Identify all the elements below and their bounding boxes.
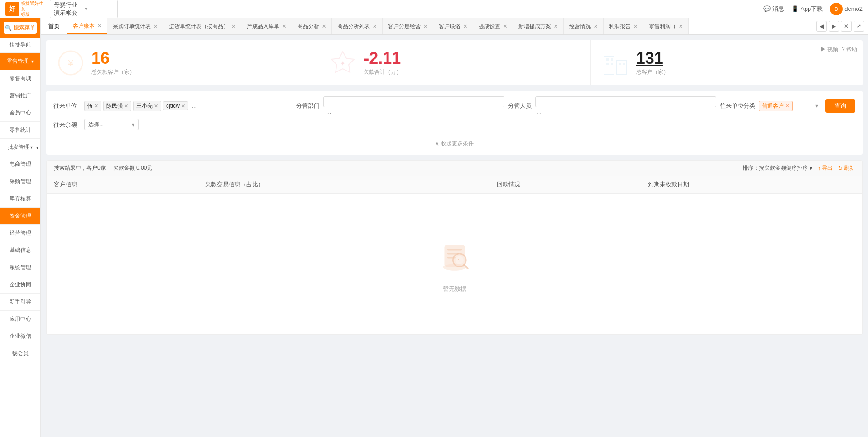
tab-profit-report[interactable]: 利润报告 ✕	[604, 18, 643, 34]
logo-text: 畅捷通好生意 标版	[21, 1, 46, 17]
stat-total-customers: 131 总客户（家） ▶ 视频 ? 帮助	[591, 40, 863, 86]
tab-purchase-stats-product-label: 进货单统计表（按商品）	[169, 23, 229, 30]
sidebar-item-sys[interactable]: 系统管理	[0, 259, 40, 276]
sidebar-item-retail-stats[interactable]: 零售统计	[0, 122, 40, 139]
sidebar-item-new-guide[interactable]: 新手引导	[0, 294, 40, 311]
tab-scroll-right[interactable]: ▶	[829, 21, 839, 32]
tab-ops-situation-close[interactable]: ✕	[594, 24, 598, 29]
tab-purchase-order-close[interactable]: ✕	[153, 24, 158, 29]
unit-tag-wu-close[interactable]: ✕	[94, 103, 98, 109]
help-btn[interactable]: ? 帮助	[842, 46, 857, 53]
collapse-label: 收起更多条件	[441, 140, 474, 147]
svg-rect-4	[617, 61, 627, 74]
tab-raise-settings-close[interactable]: ✕	[503, 24, 507, 29]
tab-product-inbound-close[interactable]: ✕	[282, 24, 286, 29]
amount-filter-select[interactable]: 选择... ▾	[84, 119, 139, 130]
person-filter-dots[interactable]: ...	[535, 107, 545, 115]
tab-purchase-order-stats[interactable]: 采购订单统计表 ✕	[107, 18, 163, 34]
unit-tag-wang: 王小亮 ✕	[133, 101, 161, 111]
sidebar-item-basic-info[interactable]: 基础信息	[0, 242, 40, 259]
svg-rect-13	[447, 249, 461, 251]
unit-class-tag-close[interactable]: ✕	[785, 103, 790, 109]
sidebar-item-marketing[interactable]: 营销推广	[0, 87, 40, 104]
tab-new-raise-plan[interactable]: 新增提成方案 ✕	[513, 18, 564, 34]
tab-customer-segment-close[interactable]: ✕	[423, 24, 427, 29]
dept-filter-input[interactable]	[323, 96, 504, 107]
stat-total-customers-label: 总客户（家）	[636, 68, 669, 76]
unit-tag-cjttcw: cjttcw ✕	[163, 101, 188, 110]
dept-filter-dots[interactable]: ...	[323, 107, 333, 115]
person-filter-wrap: ...	[535, 96, 716, 115]
tab-customer-ledger-close[interactable]: ✕	[97, 23, 101, 29]
refresh-button[interactable]: ↻ 刷新	[838, 164, 855, 172]
tab-profit-report-close[interactable]: ✕	[633, 24, 638, 29]
tab-scroll-left[interactable]: ◀	[816, 21, 827, 32]
stat-credit-customers: ¥ 16 总欠款客户（家）	[46, 40, 318, 86]
tab-raise-settings-label: 提成设置	[479, 23, 500, 30]
tab-ops-situation[interactable]: 经营情况 ✕	[564, 18, 604, 34]
sidebar-item-premium[interactable]: 畅会员	[0, 345, 40, 362]
workspace-selector[interactable]: 母婴行业演示帐套 ▾	[50, 0, 118, 19]
tab-maximize[interactable]: ⤢	[854, 21, 864, 32]
col-repayment: 回款情况	[489, 176, 641, 194]
stat-total-customers-info: 131 总客户（家）	[636, 50, 669, 76]
tab-product-analysis-close[interactable]: ✕	[322, 24, 326, 29]
unit-tag-wang-close[interactable]: ✕	[154, 103, 158, 109]
tab-new-raise-plan-close[interactable]: ✕	[554, 24, 558, 29]
query-button[interactable]: 查询	[825, 99, 855, 113]
sidebar-item-inventory[interactable]: 库存核算	[0, 190, 40, 208]
tab-customer-ledger[interactable]: 客户账本 ✕	[67, 18, 107, 34]
sidebar-item-member-center[interactable]: 会员中心	[0, 104, 40, 122]
svg-rect-8	[611, 63, 613, 65]
sort-select[interactable]: 排序：按欠款金额倒序排序 ▾	[743, 164, 812, 172]
tab-close-all[interactable]: ✕	[841, 21, 852, 32]
svg-rect-5	[606, 58, 609, 61]
sidebar-item-enterprise-coop[interactable]: 企业协同	[0, 276, 40, 294]
filter-section: 往来单位 伍 ✕ 陈民强 ✕ 王小亮 ✕	[46, 91, 863, 155]
sidebar-item-retail-mall[interactable]: 零售商城	[0, 70, 40, 87]
app-download-button[interactable]: 📱 App下载	[791, 5, 823, 13]
sidebar-item-ecommerce[interactable]: 电商管理	[0, 156, 40, 173]
tab-product-inbound[interactable]: 产成品入库单 ✕	[241, 18, 292, 34]
table-empty-cell: ? 暂无数据	[47, 194, 862, 334]
sidebar-item-capital[interactable]: 资金管理	[0, 208, 40, 225]
tab-purchase-stats-product[interactable]: 进货单统计表（按商品） ✕	[163, 18, 241, 34]
sidebar-item-wechat-label: 企业微信	[10, 333, 31, 339]
tab-customer-contact[interactable]: 客户联络 ✕	[433, 18, 473, 34]
tab-purchase-stats-close[interactable]: ✕	[231, 24, 235, 29]
sidebar-item-app-center[interactable]: 应用中心	[0, 311, 40, 328]
messages-button[interactable]: 💬 消息	[763, 5, 784, 13]
sidebar-item-ops[interactable]: 经营管理	[0, 225, 40, 242]
collapse-up-icon: ∧	[435, 141, 439, 147]
amount-filter-label: 往来余额	[53, 121, 81, 129]
search-menu-button[interactable]: 🔍 搜索菜单	[4, 22, 37, 34]
tab-product-analysis-list-close[interactable]: ✕	[373, 24, 377, 29]
sidebar-quick-nav[interactable]: 快捷导航	[0, 38, 40, 53]
svg-text:?: ?	[458, 258, 460, 263]
tab-home[interactable]: 首页	[41, 18, 67, 34]
user-profile[interactable]: D demo2	[830, 3, 863, 15]
unit-tag-cjttcw-close[interactable]: ✕	[181, 103, 185, 109]
stat-credit-customers-info: 16 总欠款客户（家）	[91, 50, 135, 76]
tab-retail-profit[interactable]: 零售利润（ ✕	[643, 18, 689, 34]
unit-tag-more[interactable]: ...	[190, 102, 198, 110]
tab-raise-settings[interactable]: 提成设置 ✕	[473, 18, 513, 34]
empty-text: 暂无数据	[443, 285, 466, 293]
header-right: 💬 消息 📱 App下载 D demo2	[763, 3, 863, 15]
sidebar-item-purchase[interactable]: 采购管理	[0, 173, 40, 190]
unit-tag-chen-close[interactable]: ✕	[124, 103, 128, 109]
sidebar-item-retail-mgmt[interactable]: 零售管理 ▾	[0, 53, 40, 70]
collapse-button[interactable]: ∧ 收起更多条件	[53, 138, 855, 149]
unit-class-select[interactable]: ▾	[795, 101, 822, 110]
sidebar-item-enterprise-wechat[interactable]: 企业微信	[0, 328, 40, 345]
tab-customer-segment[interactable]: 客户分层经营 ✕	[383, 18, 433, 34]
tab-product-analysis[interactable]: 商品分析 ✕	[292, 18, 332, 34]
dept-filter-wrap: ...	[323, 96, 504, 115]
sidebar-item-wholesale[interactable]: 批发管理 ▾	[0, 139, 40, 156]
video-help-btn[interactable]: ▶ 视频	[820, 46, 838, 53]
tab-customer-contact-close[interactable]: ✕	[463, 24, 467, 29]
tab-retail-profit-close[interactable]: ✕	[679, 24, 683, 29]
tab-product-analysis-list[interactable]: 商品分析列表 ✕	[332, 18, 383, 34]
person-filter-input[interactable]	[535, 96, 716, 107]
export-button[interactable]: ↑ 导出	[818, 164, 833, 172]
